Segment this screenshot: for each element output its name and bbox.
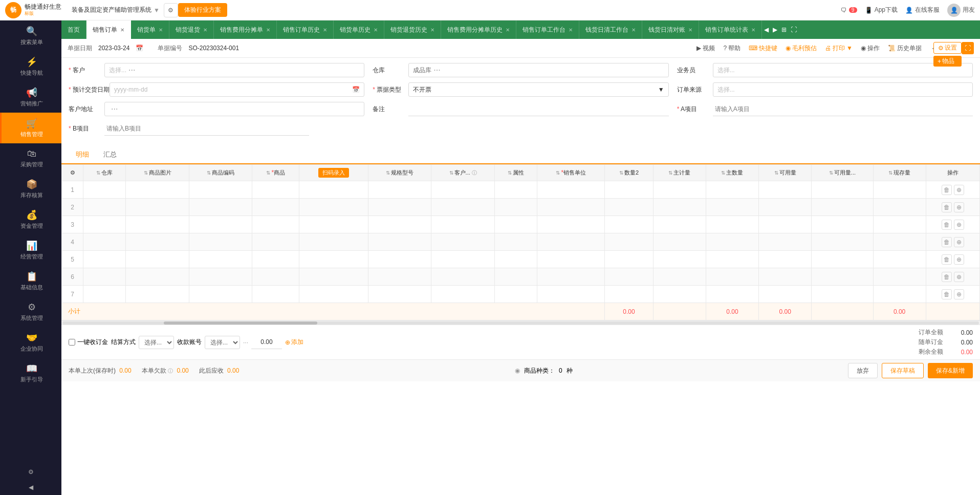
profit-button[interactable]: ◉ 毛利预估 xyxy=(783,43,819,54)
address-more-icon[interactable]: ··· xyxy=(111,104,118,114)
online-service-button[interactable]: 👤 在线客服 xyxy=(905,6,940,14)
sidebar-collapse-button[interactable]: ◀ xyxy=(0,480,61,495)
operation-button[interactable]: ◉ 操作 xyxy=(859,43,882,54)
tab-close-icon[interactable]: ✕ xyxy=(374,27,378,33)
tab-close-icon[interactable]: ✕ xyxy=(266,27,270,33)
col-spec-header[interactable]: ⇅规格型号 xyxy=(368,165,431,181)
invoice-select[interactable]: 不开票 ▼ xyxy=(408,82,668,97)
customer-more-icon[interactable]: ··· xyxy=(128,66,135,75)
tab-expense-history[interactable]: 销售费用分摊单历史 ✕ xyxy=(441,20,516,39)
delete-row-button[interactable]: 🗑 xyxy=(942,202,952,212)
address-input[interactable]: ··· xyxy=(104,102,364,116)
app-download-button[interactable]: 📱 App下载 xyxy=(865,6,898,14)
one-click-checkbox[interactable]: 一键收订金 xyxy=(69,338,108,347)
tab-sales-expense[interactable]: 销售费用分摊单 ✕ xyxy=(214,20,277,39)
tab-close-icon[interactable]: ✕ xyxy=(430,27,434,33)
col-product-header[interactable]: ⇅*商品 xyxy=(252,165,299,181)
tab-fullscreen-button[interactable]: ⛶ xyxy=(789,26,799,33)
delete-row-button[interactable]: 🗑 xyxy=(942,237,952,247)
delete-row-button[interactable]: 🗑 xyxy=(942,272,952,282)
tab-order-workbench[interactable]: 销售订单工作台 ✕ xyxy=(516,20,579,39)
expand-button[interactable]: ⛶ xyxy=(962,42,974,54)
tab-close-icon[interactable]: ✕ xyxy=(323,27,327,33)
sidebar-item-sales[interactable]: 🛒 销售管理 xyxy=(0,113,61,143)
order-source-input[interactable]: 选择... xyxy=(713,82,973,97)
one-click-checkbox-input[interactable] xyxy=(69,339,75,346)
help-button[interactable]: ? 帮助 xyxy=(721,43,743,54)
history-doc-button[interactable]: 📜 历史单据 xyxy=(886,43,924,54)
dropdown-arrow-icon[interactable]: ▼ xyxy=(154,7,160,14)
deposit-amount-input[interactable] xyxy=(251,336,282,349)
tab-home[interactable]: 首页 xyxy=(61,20,86,39)
sidebar-item-guide[interactable]: 📖 新手引导 xyxy=(0,358,61,389)
tab-nav-right[interactable]: ▶ xyxy=(771,26,779,33)
sidebar-item-purchase[interactable]: 🛍 采购管理 xyxy=(0,143,61,174)
customer-input[interactable]: 选择... ··· xyxy=(104,63,364,77)
goods-button[interactable]: + 物品 xyxy=(933,56,962,67)
sidebar-settings-button[interactable]: ⚙ xyxy=(0,464,61,480)
remark-input[interactable] xyxy=(408,102,668,116)
tab-close-icon[interactable]: ✕ xyxy=(159,27,163,33)
copy-row-button[interactable]: ⊕ xyxy=(954,202,964,212)
settings-gear-button[interactable]: ⚙ xyxy=(164,3,178,17)
scroll-thumb[interactable] xyxy=(164,321,317,325)
delete-row-button[interactable]: 🗑 xyxy=(942,185,952,195)
sidebar-item-marketing[interactable]: 📢 营销推广 xyxy=(0,82,61,113)
col-scan-header[interactable]: 扫码录入 xyxy=(299,165,368,181)
print-dropdown-icon[interactable]: ▼ xyxy=(846,45,853,52)
add-button[interactable]: ⊕ 添加 xyxy=(285,338,303,347)
discard-button[interactable]: 放弃 xyxy=(848,363,878,378)
tab-daily-workbench[interactable]: 钱货日清工作台 ✕ xyxy=(579,20,642,39)
collection-account-select[interactable]: 选择... xyxy=(205,336,240,349)
user-menu-button[interactable]: 👤 用友 xyxy=(947,4,975,17)
tab-return-history[interactable]: 销货退货历史 ✕ xyxy=(384,20,441,39)
col-settings-header[interactable]: ⚙ xyxy=(62,165,83,181)
col-main-qty-header[interactable]: ⇅主数量 xyxy=(706,165,758,181)
tab-expand-button[interactable]: ⊞ xyxy=(779,26,789,33)
col-main-unit-header[interactable]: ⇅主计量 xyxy=(653,165,706,181)
tab-close-icon[interactable]: ✕ xyxy=(631,27,636,33)
warehouse-input[interactable]: 成品库 ··· xyxy=(408,63,668,77)
col-qty2-header[interactable]: ⇅数量2 xyxy=(605,165,653,181)
tab-sales-order[interactable]: 销售订单 ✕ xyxy=(86,20,131,39)
copy-row-button[interactable]: ⊕ xyxy=(954,220,964,230)
copy-row-button[interactable]: ⊕ xyxy=(954,237,964,247)
tab-close-icon[interactable]: ✕ xyxy=(569,27,573,33)
tab-sales-stats[interactable]: 销售订单统计表 ✕ xyxy=(699,20,762,39)
col-available-header[interactable]: ⇅可用量 xyxy=(759,165,812,181)
sidebar-item-finance[interactable]: 💰 资金管理 xyxy=(0,204,61,235)
delete-row-button[interactable]: 🗑 xyxy=(942,220,952,230)
tab-sales-history[interactable]: 销售订单历史 ✕ xyxy=(277,20,334,39)
copy-row-button[interactable]: ⊕ xyxy=(954,289,964,299)
scan-input-button[interactable]: 扫码录入 xyxy=(318,168,349,178)
col-warehouse-header[interactable]: ⇅仓库 xyxy=(83,165,126,181)
sidebar-item-quicknav[interactable]: ⚡ 快捷导航 xyxy=(0,51,61,82)
b-project-input[interactable] xyxy=(104,121,309,136)
shortcut-button[interactable]: ⌨ 快捷键 xyxy=(747,43,779,54)
video-button[interactable]: ▶ 视频 xyxy=(694,43,717,54)
a-project-input[interactable] xyxy=(713,102,973,116)
sidebar-item-inventory[interactable]: 📦 库存核算 xyxy=(0,174,61,204)
payment-method-select[interactable]: 选择... xyxy=(139,336,174,349)
copy-row-button[interactable]: ⊕ xyxy=(954,272,964,282)
warehouse-more-icon[interactable]: ··· xyxy=(433,66,440,75)
tab-close-icon[interactable]: ✕ xyxy=(506,27,510,33)
sidebar-item-operations[interactable]: 📊 经营管理 xyxy=(0,235,61,266)
tab-close-icon[interactable]: ✕ xyxy=(203,27,207,33)
delete-row-button[interactable]: 🗑 xyxy=(942,289,952,299)
calendar-icon[interactable]: 📅 xyxy=(136,45,143,52)
tab-nav-left[interactable]: ◀ xyxy=(762,26,771,33)
col-current-header[interactable]: ⇅现存量 xyxy=(873,165,926,181)
col-unit-header[interactable]: ⇅*销售单位 xyxy=(537,165,605,181)
scroll-hint[interactable] xyxy=(61,320,980,325)
copy-row-button[interactable]: ⊕ xyxy=(954,254,964,265)
calendar-delivery-icon[interactable]: 📅 xyxy=(352,86,360,93)
copy-row-button[interactable]: ⊕ xyxy=(954,185,964,195)
dots-icon[interactable]: ··· xyxy=(243,339,248,346)
save-new-button[interactable]: 保存&新增 xyxy=(928,363,973,378)
industry-button[interactable]: 体验行业方案 xyxy=(178,3,227,17)
sidebar-item-system[interactable]: ⚙ 系统管理 xyxy=(0,296,61,327)
col-attr-header[interactable]: ⇅属性 xyxy=(495,165,537,181)
col-image-header[interactable]: ⇅商品图片 xyxy=(126,165,189,181)
sidebar-item-basic[interactable]: 📋 基础信息 xyxy=(0,266,61,296)
